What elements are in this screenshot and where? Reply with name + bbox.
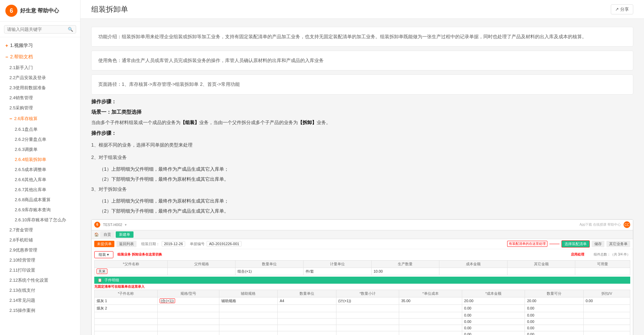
sidebar-item-transfer[interactable]: 2.6.3调拨单: [15, 145, 80, 155]
ss-home-icon: 🏠: [94, 232, 99, 237]
sidebar-item-print[interactable]: 2.11打印设置: [9, 265, 80, 275]
sidebar-item-cases[interactable]: 2.15操作案例: [9, 305, 80, 316]
ss-th-parent-spec: 父件规格: [167, 260, 235, 268]
ss-th-aux-spec: 辅助规格: [219, 290, 278, 297]
screenshot-image: 6 TEST-H002 ▾ App下载 在线授课 帮助中心 CC 🏠 自贡 新建…: [91, 219, 633, 335]
table-row: 煤灰 2 0.000.00: [95, 304, 630, 312]
sidebar-item-mobile[interactable]: 2.8手机旺铺: [9, 235, 80, 245]
sidebar-item-purchase[interactable]: 2.5采购管理: [9, 103, 80, 113]
ss-other-amt-cell: [507, 268, 575, 275]
sidebar-inventory-children: 2.6.1盘点单 2.6.2分量盘点单 2.6.3调拨单 2.6.4组装拆卸单 …: [9, 124, 80, 225]
sidebar-item-assembly[interactable]: 2.6.4组装拆卸单: [15, 155, 80, 165]
top-bar: 组装拆卸单 ↗ 分享: [80, 0, 644, 19]
search-input[interactable]: [7, 27, 68, 32]
step2-sub1: （1）上部明细为父件明细，最终作为产成品生成其它入库单；: [99, 165, 633, 173]
step2-text: 2、对于组装业务: [91, 153, 633, 162]
ss-th-other-amt: 其它金额: [507, 260, 575, 268]
search-icon[interactable]: 🔍: [68, 27, 73, 32]
ss-table2-wrapper: 无固定清单可在组装单在这里录入 *子件名称 规格/型号 辅助规格 数量单位: [94, 284, 630, 335]
ss-th-parent-name: *父件名称: [95, 260, 168, 268]
ss-type-annotation: 组装业务 拆卸业务在这里切换: [117, 252, 162, 257]
sidebar-item-beginner[interactable]: 2.1新手入门: [9, 63, 80, 73]
sidebar-item-other-out[interactable]: 2.6.7其他出库单: [15, 185, 80, 195]
ss-th-child-discount: 拆扣/V: [583, 290, 630, 297]
ss-measure-unit-cell: 件/套: [304, 268, 372, 275]
ss-child-table: *子件名称 规格/型号 辅助规格 数量单位 *数量小计 *单位成本 *成本金额 …: [94, 290, 630, 335]
path-intro-text: 页面路径：1、库存核算->库存管理->组装拆卸单 2、首页->常用功能: [98, 80, 626, 89]
sidebar-item-ledger-query[interactable]: 2.6.9库存账本查询: [15, 205, 80, 215]
ss-th-cost-amt: 成本金额: [439, 260, 507, 268]
ss-type-label: 组装 ▾: [94, 251, 113, 258]
ss-th-child-qty-split: 数量可分: [525, 290, 584, 297]
ss-body: 组装 ▾ 组装业务 拆卸业务在这里切换 启用处理 组件总数：（共 3/4 件）: [92, 249, 633, 335]
ss-child-table-header: *子件名称 规格/型号 辅助规格 数量单位 *数量小计 *单位成本 *成本金额 …: [95, 290, 630, 297]
ss-btn-assembly-list: 选择装配清单: [561, 240, 590, 247]
path-intro-block: 页面路径：1、库存核算->库存管理->组装拆卸单 2、首页->常用功能: [91, 74, 633, 94]
ss-toolbar-row: 未提供单 返回列表 组装日期： 2019-12-26 单据编号 AD-20191…: [92, 239, 633, 249]
function-intro-text: 功能介绍：组装拆卸单用来处理企业组装或拆卸等加工业务，支持有固定装配清单的产品加…: [98, 33, 626, 41]
sidebar-item-cost-recalc[interactable]: 2.6.8商品成本重算: [15, 195, 80, 205]
sidebar-item-help-label: 2.帮助文档: [10, 54, 33, 60]
sidebar-item-stocktake[interactable]: 2.6.1盘点单: [15, 124, 80, 134]
ss-th-child-unit-cost: *单位成本: [399, 290, 462, 297]
ss-th-qty-unit: 数量单位: [235, 260, 304, 268]
search-box[interactable]: 🔍: [4, 25, 76, 34]
ss-tab1: 自贡: [100, 231, 114, 238]
ss-tab2: 新建单: [116, 231, 133, 238]
sidebar-item-data-prep[interactable]: 2.3使用前数据准备: [9, 83, 80, 93]
sidebar-item-payment[interactable]: 2.13在线支付: [9, 285, 80, 295]
sidebar-item-other-in[interactable]: 2.6.6其他入库单: [15, 175, 80, 185]
ss-number-label: 单据编号: [190, 241, 205, 246]
sidebar-item-help[interactable]: − 2.帮助文档: [0, 51, 80, 63]
ss-section-header: 📋 子件明细: [94, 277, 630, 284]
sidebar-item-ledger-fix[interactable]: 2.6.10库存账本错了怎么办: [15, 215, 80, 225]
ss-parent-spec-cell: [167, 268, 235, 275]
operations-title: 操作步骤：: [91, 99, 633, 105]
step3-sublist: （1）上部明细为父件明细，最终作为原材料生成其它出库单； （2）下部明细为子件明…: [91, 197, 633, 215]
scenario1-title: 场景一：加工类型选择: [91, 109, 633, 115]
sidebar-item-operation[interactable]: 2.10经营管理: [9, 255, 80, 265]
search-area: 🔍: [0, 22, 80, 37]
sidebar-item-coupon[interactable]: 2.9优惠券管理: [9, 245, 80, 255]
step2-sublist: （1）上部明细为父件明细，最终作为产成品生成其它入库单； （2）下部明细为子件明…: [91, 165, 633, 183]
table-row: 煤灰 1 (合(×1)) 辅助规格 A4 (计(×1)) 35.00 20.00…: [95, 297, 630, 304]
ss-table2-annotation-row: 无固定清单可在组装单在这里录入 *子件名称 规格/型号 辅助规格 数量单位: [94, 284, 630, 335]
ss-user-avatar: CC: [624, 221, 630, 228]
sidebar-item-partial-stocktake[interactable]: 2.6.2分量盘点单: [15, 134, 80, 145]
ss-app-id: TEST-H002: [103, 223, 122, 227]
ss-btn-other: 其它业务单: [606, 241, 630, 247]
ss-qty-unit-cell: 组合(×1): [235, 268, 304, 275]
ss-parent-name-cell: 关米: [95, 268, 168, 275]
sidebar-item-video[interactable]: + 1.视频学习: [0, 40, 80, 51]
sidebar-item-install[interactable]: 2.2产品安装及登录: [9, 73, 80, 83]
ss-topbar: 6 TEST-H002 ▾ App下载 在线授课 帮助中心 CC: [92, 220, 633, 230]
ss-type-row: 组装 ▾ 组装业务 拆卸业务在这里切换 启用处理 组件总数：（共 3/4 件）: [94, 251, 630, 258]
step3-sub1: （1）上部明细为父件明细，最终作为原材料生成其它出库单；: [99, 197, 633, 205]
step3-text: 3、对于拆卸业务: [91, 185, 633, 194]
ss-th-child-cost-amt: *成本金额: [462, 290, 525, 297]
ss-annotation1: 有装配清单的在这里处理: [507, 241, 547, 247]
ss-links: App下载 在线授课 帮助中心: [580, 222, 621, 227]
main: 组装拆卸单 ↗ 分享 功能介绍：组装拆卸单用来处理企业组装或拆卸等加工业务，支持…: [80, 0, 644, 335]
share-icon: ↗: [615, 7, 619, 12]
screenshot-inner: 6 TEST-H002 ▾ App下载 在线授课 帮助中心 CC 🏠 自贡 新建…: [92, 220, 633, 335]
sidebar-item-customize[interactable]: 2.12系统个性化设置: [9, 275, 80, 285]
sidebar-item-faq[interactable]: 2.14常见问题: [9, 295, 80, 305]
sidebar-item-inventory[interactable]: − 2.6库存核算: [9, 113, 80, 124]
sidebar-item-cost-adjust[interactable]: 2.6.5成本调整单: [15, 165, 80, 175]
sidebar-item-sales[interactable]: 2.4销售管理: [9, 93, 80, 103]
step2-sub2: （2）下部明细为子件明细，最终作为原材料生成其它出库单。: [99, 175, 633, 183]
step3-sub2: （2）下部明细为子件明细，最终作为产成品生成其它入库单。: [99, 207, 633, 215]
table-row: 关米 组合(×1) 件/套 10.00: [95, 268, 630, 275]
share-button[interactable]: ↗ 分享: [611, 4, 633, 14]
ss-dropdown-icon: ▾: [125, 223, 127, 227]
sidebar-item-finance[interactable]: 2.7资金管理: [9, 225, 80, 235]
ss-th-child-name: *子件名称: [95, 290, 158, 297]
sidebar-item-video-label: 1.视频学习: [10, 43, 33, 49]
logo-icon: 6: [5, 5, 17, 17]
ss-th-available: 可用量: [575, 260, 630, 268]
ss-tab-row: 🏠 自贡 新建单: [92, 230, 633, 239]
logo-text: 好生意 帮助中心: [20, 7, 59, 14]
ss-section-icon: 📋: [98, 278, 102, 282]
ss-table2-annotation: 无固定清单可在组装单在这里录入: [94, 284, 630, 289]
